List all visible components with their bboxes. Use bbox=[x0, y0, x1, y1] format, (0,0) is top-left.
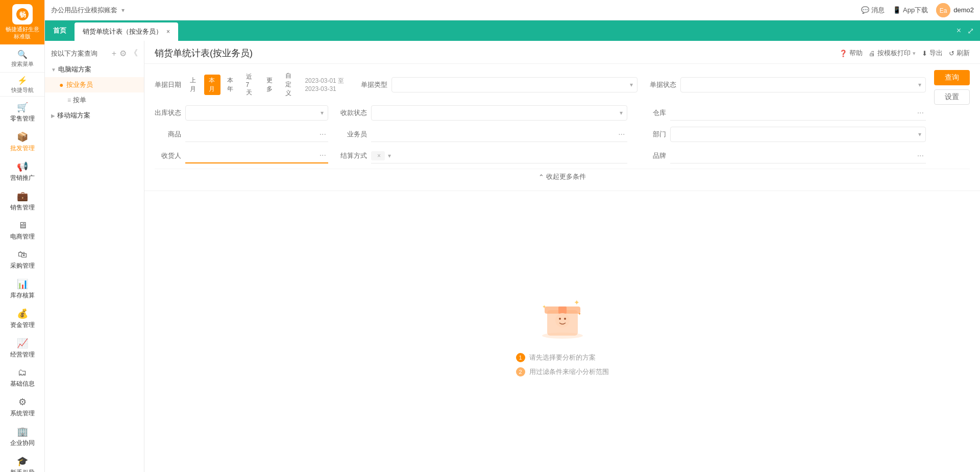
warehouse-input[interactable]: ··· bbox=[670, 105, 926, 121]
sidebar-search-item[interactable]: 🔍 搜索菜单 bbox=[0, 44, 44, 73]
svg-text:✦: ✦ bbox=[574, 298, 580, 306]
doc-type-select[interactable]: ▾ bbox=[391, 77, 638, 92]
purchase-icon: 🛍 bbox=[18, 249, 27, 260]
sidebar-item-system[interactable]: ⚙ 系统管理 bbox=[0, 391, 44, 421]
empty-steps: 1 请先选择要分析的方案 2 用过滤条件来缩小分析范围 bbox=[516, 353, 609, 376]
tab-sales-stat-label: 销货单统计表（按业务员） bbox=[83, 27, 162, 36]
main-area: 办公用品行业模拟账套 ▾ 💬 消息 📱 App下载 Ea demo2 bbox=[45, 0, 980, 472]
sidebar-item-finance[interactable]: 💰 资金管理 bbox=[0, 303, 44, 333]
svg-point-8 bbox=[555, 313, 570, 327]
refresh-button[interactable]: ↺ 刷新 bbox=[949, 49, 970, 58]
tab-sales-stat[interactable]: 销货单统计表（按业务员） × bbox=[75, 22, 178, 41]
panel-collapse-button[interactable]: 《 bbox=[130, 48, 138, 59]
dept-arrow-icon: ▾ bbox=[918, 131, 921, 138]
sidebar-item-retail[interactable]: 🛒 零售管理 bbox=[0, 97, 44, 126]
filter-item-receiver: 收货人 ··· bbox=[155, 148, 328, 163]
filter-row-2: 出库状态 ▾ 收款状态 ▾ bbox=[155, 105, 926, 121]
settings-button[interactable]: 设置 bbox=[934, 89, 970, 105]
doc-status-select[interactable]: ▾ bbox=[680, 77, 926, 92]
query-button[interactable]: 查询 bbox=[934, 70, 970, 85]
topbar-dropdown-arrow[interactable]: ▾ bbox=[121, 7, 125, 14]
tree-group-mobile-header[interactable]: ▶ 移动端方案 bbox=[45, 108, 144, 123]
print-button[interactable]: 🖨 按模板打印 ▾ bbox=[869, 49, 916, 58]
date-btn-this-year[interactable]: 本年 bbox=[223, 75, 239, 95]
tab-home[interactable]: 首页 bbox=[45, 20, 75, 41]
tab-expand-button[interactable]: ⤢ bbox=[965, 24, 976, 38]
brand-input[interactable]: ··· bbox=[670, 148, 926, 163]
svg-text:✦: ✦ bbox=[578, 312, 581, 316]
filter-item-payment-status: 收款状态 ▾ bbox=[340, 105, 627, 121]
receiver-dots-icon[interactable]: ··· bbox=[317, 151, 328, 160]
dept-select[interactable]: ▾ bbox=[670, 127, 926, 142]
tree-item-by-salesperson[interactable]: ● 按业务员 bbox=[45, 77, 144, 92]
sidebar-item-sales[interactable]: 💼 销售管理 bbox=[0, 185, 44, 215]
warehouse-label: 仓库 bbox=[640, 108, 666, 117]
sidebar-item-purchase[interactable]: 🛍 采购管理 bbox=[0, 244, 44, 273]
panel-add-button[interactable]: + bbox=[112, 48, 116, 59]
date-btn-custom[interactable]: 自定义 bbox=[281, 70, 301, 99]
topbar-right: 💬 消息 📱 App下载 Ea demo2 bbox=[861, 3, 974, 17]
sidebar-item-retail-label: 零售管理 bbox=[10, 114, 35, 123]
svg-text:✦: ✦ bbox=[542, 304, 546, 310]
settlement-arrow-icon: ▾ bbox=[388, 152, 391, 159]
sidebar-item-ecommerce[interactable]: 🖥 电商管理 bbox=[0, 215, 44, 244]
empty-step-2: 2 用过滤条件来缩小分析范围 bbox=[516, 367, 609, 376]
help-button[interactable]: ❓ 帮助 bbox=[839, 49, 863, 58]
product-dots-icon[interactable]: ··· bbox=[317, 130, 328, 139]
user-menu[interactable]: Ea demo2 bbox=[936, 3, 974, 17]
tree-subitem-by-order[interactable]: ≡ 按单 bbox=[45, 92, 144, 108]
doc-status-arrow-icon: ▾ bbox=[918, 81, 921, 88]
warehouse-dots-icon[interactable]: ··· bbox=[915, 108, 926, 117]
settlement-tag-remove[interactable]: × bbox=[377, 152, 381, 159]
brand-dots-icon[interactable]: ··· bbox=[915, 151, 926, 160]
wholesale-icon: 📦 bbox=[17, 131, 28, 143]
payment-status-arrow-icon: ▾ bbox=[620, 109, 623, 116]
sidebar-quicknav-item[interactable]: ⚡ 快捷导航 bbox=[0, 73, 44, 97]
collapse-button[interactable]: ⌃ 收起更多条件 bbox=[538, 172, 586, 181]
order-subitem-icon: ≡ bbox=[67, 97, 71, 104]
date-btn-more[interactable]: 更多 bbox=[262, 75, 279, 95]
page-actions: ❓ 帮助 🖨 按模板打印 ▾ ⬇ 导出 ↺ 刷新 bbox=[839, 49, 970, 58]
sidebar-item-marketing[interactable]: 📢 营销推广 bbox=[0, 156, 44, 185]
tree-group-desktop-header[interactable]: ▼ 电脑端方案 bbox=[45, 62, 144, 77]
sidebar-item-newbie[interactable]: 🎓 新手引导 bbox=[0, 451, 44, 472]
sidebar-item-system-label: 系统管理 bbox=[10, 409, 35, 418]
sidebar-item-inventory[interactable]: 📊 库存核算 bbox=[0, 273, 44, 303]
outbound-arrow-icon: ▾ bbox=[321, 109, 324, 116]
tab-close-window-button[interactable]: × bbox=[954, 24, 963, 37]
filter-row-3: 商品 ··· 业务员 ··· bbox=[155, 127, 926, 142]
tree-subitem-order-label: 按单 bbox=[73, 96, 86, 105]
product-input[interactable]: ··· bbox=[185, 127, 328, 142]
date-btn-7days[interactable]: 近7天 bbox=[241, 71, 260, 99]
date-btn-last-month[interactable]: 上月 bbox=[185, 75, 202, 95]
inventory-icon: 📊 bbox=[17, 278, 28, 290]
payment-status-select[interactable]: ▾ bbox=[371, 105, 627, 121]
sidebar-logo[interactable]: 畅 畅捷通好生意 标准版 bbox=[0, 0, 44, 44]
receiver-input[interactable]: ··· bbox=[185, 148, 328, 163]
phone-icon: 📱 bbox=[893, 6, 901, 14]
outbound-select[interactable]: ▾ bbox=[185, 105, 328, 121]
sidebar-item-wholesale[interactable]: 📦 批发管理 bbox=[0, 126, 44, 156]
print-dropdown-icon[interactable]: ▾ bbox=[913, 50, 916, 57]
step-2-text: 用过滤条件来缩小分析范围 bbox=[529, 367, 609, 376]
sidebar-item-basic[interactable]: 🗂 基础信息 bbox=[0, 362, 44, 391]
tab-close-icon[interactable]: × bbox=[166, 28, 170, 35]
right-panel: 销货单统计表(按业务员) ❓ 帮助 🖨 按模板打印 ▾ ⬇ 导出 bbox=[144, 41, 980, 472]
settlement-input[interactable]: × ▾ bbox=[371, 148, 627, 163]
message-button[interactable]: 💬 消息 bbox=[861, 6, 885, 15]
panel-header-title: 按以下方案查询 bbox=[51, 49, 97, 58]
panel-settings-button[interactable]: ⚙ bbox=[119, 48, 127, 59]
salesperson-input[interactable]: ··· bbox=[371, 127, 627, 142]
sidebar-item-purchase-label: 采购管理 bbox=[10, 262, 35, 270]
export-button[interactable]: ⬇ 导出 bbox=[922, 49, 943, 58]
sidebar-item-operations[interactable]: 📈 经营管理 bbox=[0, 333, 44, 362]
topbar: 办公用品行业模拟账套 ▾ 💬 消息 📱 App下载 Ea demo2 bbox=[45, 0, 980, 20]
sidebar-item-enterprise[interactable]: 🏢 企业协同 bbox=[0, 421, 44, 451]
date-btn-this-month[interactable]: 本月 bbox=[204, 75, 221, 95]
salesperson-dots-icon[interactable]: ··· bbox=[616, 130, 627, 139]
tree-group-desktop: ▼ 电脑端方案 ● 按业务员 ≡ 按单 bbox=[45, 62, 144, 108]
app-download-button[interactable]: 📱 App下载 bbox=[893, 6, 928, 15]
filter-item-outbound: 出库状态 ▾ bbox=[155, 105, 328, 121]
empty-step-1: 1 请先选择要分析的方案 bbox=[516, 353, 609, 362]
tree-mobile-label: 移动端方案 bbox=[57, 111, 90, 120]
